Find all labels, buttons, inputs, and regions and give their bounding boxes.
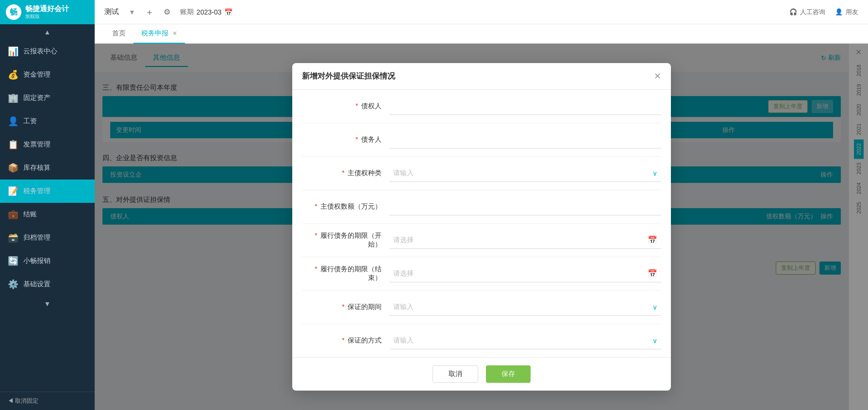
save-button[interactable]: 保存: [486, 365, 531, 383]
sidebar-item-fixed-asset[interactable]: 🏢 固定资产: [0, 86, 95, 110]
period-end-required-marker: *: [315, 265, 317, 273]
salary-icon: 👤: [8, 116, 18, 127]
debtor-required-marker: *: [355, 135, 358, 143]
sidebar-item-label: 库存核算: [23, 164, 50, 172]
creditor-label-text: 债权人: [361, 102, 382, 110]
sidebar-item-label: 小畅报销: [23, 257, 50, 265]
sidebar-item-tax[interactable]: 📝 税务管理: [0, 180, 95, 203]
guarantee-method-dropdown-icon: ∨: [652, 337, 657, 344]
period-calendar-icon[interactable]: 📅: [224, 8, 233, 16]
guarantee-method-placeholder: 请输入: [393, 336, 414, 345]
sidebar-item-cloud-report[interactable]: 📊 云报表中心: [0, 40, 95, 63]
form-row-guarantee-method: * 保证的方式 请输入 ∨: [302, 324, 661, 357]
sidebar-item-label: 固定资产: [23, 94, 50, 102]
period-start-placeholder: 请选择: [393, 236, 414, 245]
settings-icon: ⚙️: [8, 279, 18, 290]
debtor-label: * 债务人: [302, 135, 389, 144]
period-start-required-marker: *: [315, 231, 317, 239]
claim-type-placeholder: 请输入: [393, 169, 414, 178]
settings-button[interactable]: ⚙: [164, 7, 170, 16]
modal-overlay: 新增对外提供保证担保情况 ✕ * 债权人: [95, 44, 868, 410]
sidebar-item-archive[interactable]: 🗃️ 归档管理: [0, 226, 95, 249]
cancel-button[interactable]: 取消: [433, 365, 478, 383]
invoice-icon: 📋: [8, 139, 18, 150]
modal-footer: 取消 保存: [292, 357, 671, 391]
claim-type-label-text: 主债权种类: [348, 169, 382, 177]
tab-home[interactable]: 首页: [104, 24, 134, 44]
sidebar-scroll-down[interactable]: ▼: [0, 296, 95, 312]
sidebar-item-invoice[interactable]: 📋 发票管理: [0, 133, 95, 156]
cancel-pin-label: ◀ 取消固定: [8, 397, 38, 405]
tab-home-label: 首页: [112, 29, 126, 38]
tab-tax-report[interactable]: 税务申报 ✕: [134, 24, 185, 44]
form-row-debtor: * 债务人: [302, 123, 661, 157]
sidebar-item-label: 工资: [23, 117, 37, 126]
period-label: 账期: [180, 8, 194, 16]
company-dropdown-arrow[interactable]: ▼: [129, 8, 135, 16]
user-button[interactable]: 👤 用友: [835, 8, 858, 16]
tab-tax-report-label: 税务申报: [141, 29, 168, 38]
tab-close-icon[interactable]: ✕: [172, 30, 177, 37]
tax-icon: 📝: [8, 186, 18, 197]
period-value: 2023-03: [197, 8, 221, 16]
claim-type-select[interactable]: 请输入 ∨: [389, 164, 661, 182]
modal-header: 新增对外提供保证担保情况 ✕: [292, 63, 671, 90]
guarantee-period-dropdown-icon: ∨: [652, 303, 657, 311]
sidebar-item-label: 云报表中心: [23, 47, 57, 56]
sidebar-item-inventory[interactable]: 📦 库存核算: [0, 156, 95, 180]
form-row-period-start: * 履行债务的期限（开始） 请选择 📅: [302, 224, 661, 257]
sidebar-item-label: 归档管理: [23, 233, 50, 242]
debtor-label-text: 债务人: [361, 135, 382, 143]
sidebar-item-label: 税务管理: [23, 187, 50, 196]
content-area: 基础信息 其他信息 ↻ 刷新 三、有限责任公司本年度 复制上年度: [95, 44, 868, 410]
modal-close-button[interactable]: ✕: [654, 71, 661, 82]
modal-title: 新增对外提供保证担保情况: [302, 71, 395, 82]
sidebar-header: 畅 畅捷通好会计 旗舰版: [0, 0, 95, 24]
sidebar-item-salary[interactable]: 👤 工资: [0, 110, 95, 133]
guarantee-method-label-text: 保证的方式: [348, 336, 382, 344]
archive-icon: 🗃️: [8, 232, 18, 243]
period-start-select[interactable]: 请选择 📅: [389, 231, 661, 249]
guarantee-period-select[interactable]: 请输入 ∨: [389, 298, 661, 316]
app-badge: 旗舰版: [25, 13, 69, 20]
sidebar-item-settings[interactable]: ⚙️ 基础设置: [0, 273, 95, 296]
period-display: 账期 2023-03 📅: [180, 8, 233, 16]
creditor-label: * 债权人: [302, 102, 389, 111]
period-end-label: * 履行债务的期限（结束）: [302, 265, 389, 282]
form-row-creditor: * 债权人: [302, 90, 661, 123]
sidebar-item-label: 结账: [23, 210, 37, 219]
sidebar-item-settlement[interactable]: 💼 结账: [0, 203, 95, 226]
period-end-select[interactable]: 请选择 📅: [389, 265, 661, 282]
sidebar-item-capital[interactable]: 💰 资金管理: [0, 63, 95, 86]
xiaochang-icon: 🔄: [8, 256, 18, 266]
cloud-report-icon: 📊: [8, 46, 18, 57]
claim-amount-required-marker: *: [315, 202, 317, 210]
sidebar-item-label: 发票管理: [23, 140, 50, 149]
creditor-input[interactable]: [389, 98, 661, 115]
guarantee-period-required-marker: *: [342, 303, 344, 311]
claim-amount-input[interactable]: [389, 198, 661, 215]
add-button[interactable]: ＋: [145, 6, 154, 18]
claim-type-required-marker: *: [342, 169, 344, 177]
inventory-icon: 📦: [8, 163, 18, 173]
sidebar-scroll: ▲ 📊 云报表中心 💰 资金管理 🏢 固定资产 👤 工资 📋 发票管理: [0, 24, 95, 392]
guarantee-method-select[interactable]: 请输入 ∨: [389, 332, 661, 349]
claim-type-dropdown-icon: ∨: [652, 169, 657, 177]
guarantee-period-placeholder: 请输入: [393, 303, 414, 312]
sidebar-cancel-pin[interactable]: ◀ 取消固定: [0, 392, 95, 410]
customer-service-button[interactable]: 🎧 人工咨询: [789, 8, 825, 16]
form-row-claim-type: * 主债权种类 请输入 ∨: [302, 157, 661, 190]
period-end-calendar-icon[interactable]: 📅: [648, 269, 657, 278]
service-label: 人工咨询: [800, 8, 825, 16]
claim-amount-label: * 主债权数额（万元）: [302, 202, 389, 211]
period-start-calendar-icon[interactable]: 📅: [648, 235, 657, 245]
guarantee-period-label-text: 保证的期间: [348, 303, 382, 311]
debtor-input[interactable]: [389, 131, 661, 148]
topbar-right: 🎧 人工咨询 👤 用友: [789, 8, 858, 16]
tab-bar: 首页 税务申报 ✕: [95, 24, 868, 44]
sidebar-scroll-up[interactable]: ▲: [0, 24, 95, 40]
sidebar-item-xiaochang[interactable]: 🔄 小畅报销: [0, 249, 95, 273]
main-area: 测试 ▼ ＋ ⚙ 账期 2023-03 📅 🎧 人工咨询 👤 用友: [95, 0, 868, 410]
company-name: 测试: [104, 7, 119, 16]
form-row-guarantee-period: * 保证的期间 请输入 ∨: [302, 291, 661, 324]
